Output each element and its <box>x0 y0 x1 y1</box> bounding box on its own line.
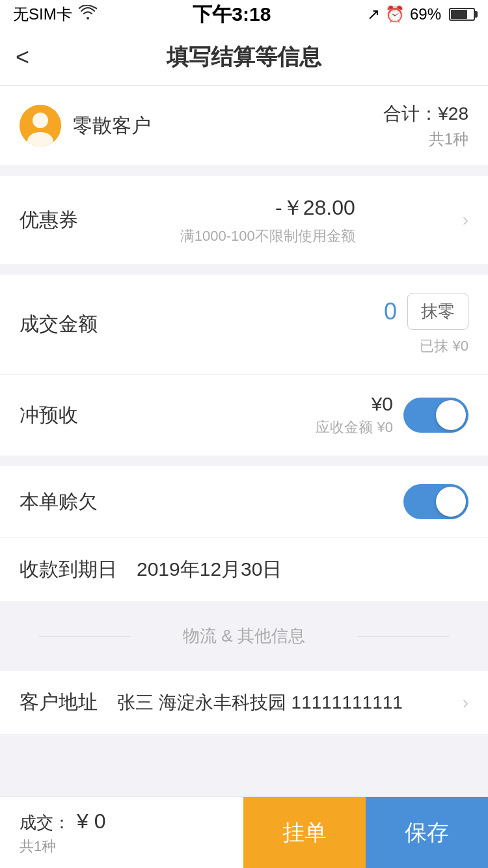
address-section[interactable]: 客户地址 张三 海淀永丰科技园 11111111111 › <box>0 671 488 734</box>
advance-amount: ¥0 <box>316 393 393 415</box>
status-right: ↗ ⏰ 69% <box>367 5 475 23</box>
debt-label: 本单赊欠 <box>20 489 98 515</box>
coupon-chevron-icon: › <box>463 210 468 230</box>
advance-row: 冲预收 ¥0 应收金额 ¥0 <box>0 375 488 455</box>
time-label: 下午3:18 <box>193 1 271 28</box>
debt-toggle[interactable] <box>403 484 468 519</box>
pending-button[interactable]: 挂单 <box>243 797 366 869</box>
due-date-label: 收款到期日 <box>20 556 117 583</box>
battery-label: 69% <box>410 5 441 23</box>
debt-toggle-knob <box>436 487 466 517</box>
due-date-value: 2019年12月30日 <box>137 556 282 583</box>
address-label: 客户地址 <box>20 689 98 716</box>
transaction-input[interactable] <box>345 298 397 325</box>
customer-row: 零散客户 合计：¥28 共1种 <box>0 86 488 165</box>
transaction-sub: 已抹 ¥0 <box>420 336 468 356</box>
coupon-desc: 满1000-100不限制使用金额 <box>180 226 355 246</box>
bottom-title: 成交： <box>20 811 70 834</box>
bottom-bar: 成交： ¥ 0 共1种 挂单 保存 <box>0 796 488 868</box>
debt-row: 本单赊欠 <box>0 466 488 538</box>
advance-toggle[interactable] <box>403 398 468 433</box>
coupon-section: 优惠券 -￥28.00 满1000-100不限制使用金额 › <box>0 176 488 264</box>
back-button[interactable]: < <box>16 44 29 71</box>
transaction-row: 成交金额 抹零 已抹 ¥0 <box>0 275 488 375</box>
logistics-label: 物流 & 其他信息 <box>183 626 305 645</box>
coupon-label: 优惠券 <box>20 207 78 234</box>
total-count: 共1种 <box>383 129 468 150</box>
due-date-row: 收款到期日 2019年12月30日 <box>0 538 488 601</box>
bottom-info: 成交： ¥ 0 共1种 <box>0 809 243 856</box>
customer-name: 零散客户 <box>73 113 151 139</box>
toggle-knob <box>436 400 466 430</box>
status-bar: 无SIM卡 下午3:18 ↗ ⏰ 69% <box>0 0 488 29</box>
debt-section: 本单赊欠 收款到期日 2019年12月30日 <box>0 466 488 601</box>
total-amount: 合计：¥28 <box>383 102 468 126</box>
address-value: 张三 海淀永丰科技园 11111111111 <box>117 690 463 715</box>
transaction-section: 成交金额 抹零 已抹 ¥0 冲预收 ¥0 应收金额 ¥0 <box>0 275 488 455</box>
round-button[interactable]: 抹零 <box>407 293 468 330</box>
status-left: 无SIM卡 <box>13 4 97 25</box>
address-row[interactable]: 客户地址 张三 海淀永丰科技园 11111111111 › <box>0 671 488 734</box>
logistics-divider: 物流 & 其他信息 <box>0 612 488 660</box>
alarm-icon: ⏰ <box>385 5 405 23</box>
svg-point-1 <box>33 113 48 128</box>
carrier-label: 无SIM卡 <box>13 4 72 25</box>
avatar <box>20 105 61 146</box>
page-title: 填写结算等信息 <box>167 42 321 72</box>
location-icon: ↗ <box>367 5 380 23</box>
coupon-row[interactable]: 优惠券 -￥28.00 满1000-100不限制使用金额 › <box>0 176 488 264</box>
address-chevron-icon: › <box>463 692 468 713</box>
nav-bar: < 填写结算等信息 <box>0 29 488 86</box>
bottom-amount: ¥ 0 <box>77 809 105 834</box>
content-area: 零散客户 合计：¥28 共1种 优惠券 -￥28.00 满1000-100不限制… <box>0 86 488 822</box>
bottom-count: 共1种 <box>20 837 224 856</box>
battery-icon <box>449 8 475 21</box>
advance-sub: 应收金额 ¥0 <box>316 418 393 437</box>
advance-label: 冲预收 <box>20 402 78 429</box>
coupon-amount: -￥28.00 <box>180 194 355 223</box>
wifi-icon <box>79 5 97 23</box>
transaction-label: 成交金额 <box>20 311 98 338</box>
save-button[interactable]: 保存 <box>366 797 488 869</box>
